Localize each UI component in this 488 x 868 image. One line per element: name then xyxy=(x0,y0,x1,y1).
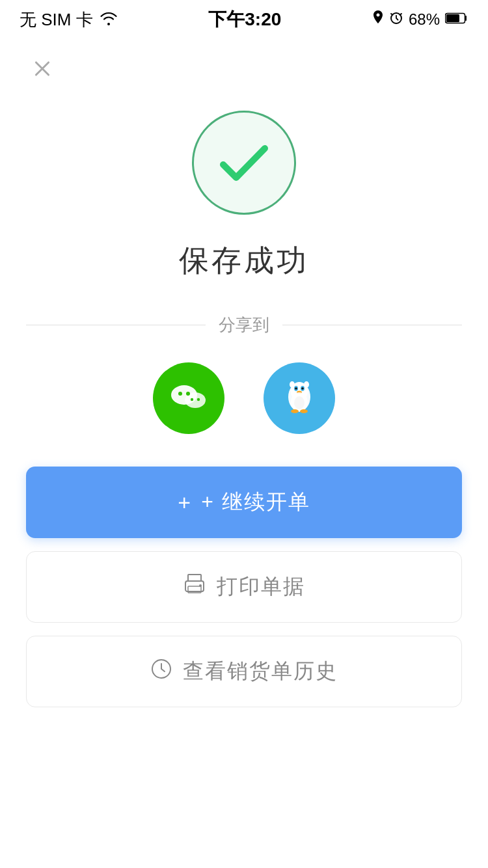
print-icon xyxy=(183,573,206,601)
battery-icon xyxy=(445,10,468,29)
success-circle xyxy=(192,111,296,215)
status-bar: 无 SIM 卡 下午3:20 68% xyxy=(0,0,488,39)
svg-rect-24 xyxy=(188,575,201,581)
success-title: 保存成功 xyxy=(179,241,309,281)
svg-point-21 xyxy=(290,381,295,388)
continue-new-order-button[interactable]: + + 继续开单 xyxy=(26,467,462,538)
svg-point-18 xyxy=(294,396,305,409)
close-button-row xyxy=(26,52,462,85)
print-label: 打印单据 xyxy=(217,573,305,601)
status-time: 下午3:20 xyxy=(208,7,281,32)
close-button[interactable] xyxy=(26,52,59,85)
svg-point-7 xyxy=(190,398,193,400)
svg-point-8 xyxy=(197,398,199,400)
share-divider: 分享到 xyxy=(26,314,462,336)
qq-icon xyxy=(282,377,318,420)
share-label: 分享到 xyxy=(219,314,269,336)
share-icons-row xyxy=(26,362,462,434)
svg-point-15 xyxy=(301,387,304,390)
svg-point-22 xyxy=(304,381,309,388)
divider-left xyxy=(26,325,206,325)
history-icon xyxy=(150,658,172,685)
svg-rect-2 xyxy=(446,14,459,22)
history-label: 查看销货单历史 xyxy=(183,657,338,686)
qq-share-button[interactable] xyxy=(264,362,335,434)
svg-point-5 xyxy=(178,392,182,396)
svg-point-20 xyxy=(300,409,308,413)
battery-percent: 68% xyxy=(409,10,440,29)
svg-point-19 xyxy=(291,409,299,413)
status-right: 68% xyxy=(372,10,468,29)
checkmark-icon xyxy=(218,142,270,184)
alarm-icon xyxy=(389,10,403,29)
main-content: 保存成功 分享到 xyxy=(0,39,488,733)
svg-point-6 xyxy=(186,392,190,396)
print-button[interactable]: 打印单据 xyxy=(26,551,462,623)
continue-new-label: + 继续开单 xyxy=(201,488,310,517)
wifi-icon xyxy=(100,10,118,30)
action-buttons: + + 继续开单 打印单据 查看销货单历 xyxy=(26,467,462,707)
wechat-icon xyxy=(168,381,210,416)
location-icon xyxy=(372,10,384,29)
svg-point-14 xyxy=(295,387,297,390)
svg-point-26 xyxy=(199,584,202,587)
sim-text: 无 SIM 卡 xyxy=(20,8,93,31)
view-history-button[interactable]: 查看销货单历史 xyxy=(26,636,462,707)
status-left: 无 SIM 卡 xyxy=(20,8,118,31)
wechat-share-button[interactable] xyxy=(153,362,224,434)
close-x-icon xyxy=(31,57,54,80)
plus-icon: + xyxy=(178,490,191,515)
share-section: 分享到 xyxy=(26,314,462,434)
divider-right xyxy=(282,325,462,325)
